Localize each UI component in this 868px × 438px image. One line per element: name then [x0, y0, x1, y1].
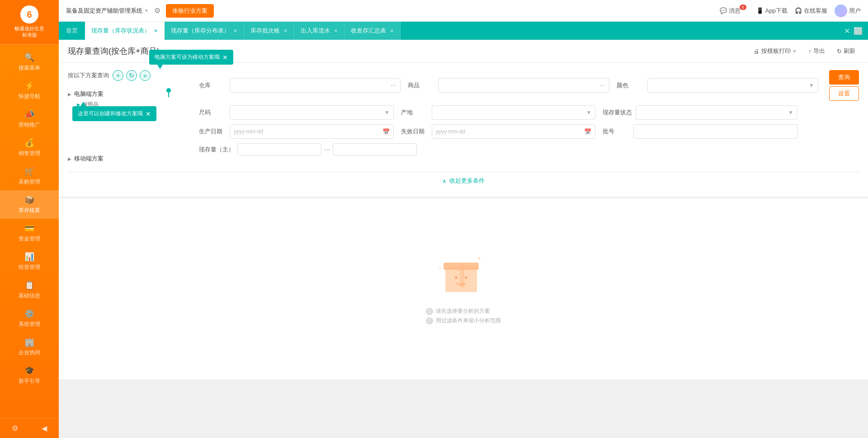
- settings-gear-icon[interactable]: ⚙: [154, 6, 160, 15]
- sidebar-item-sales[interactable]: 💰 销售管理: [0, 133, 59, 162]
- user-profile-button[interactable]: 用户: [835, 5, 861, 17]
- svg-text:✦: ✦: [477, 255, 481, 262]
- tab-collect-summary[interactable]: 收发存汇总表 ✕: [344, 22, 401, 40]
- tab-inventory-status[interactable]: 现存量（库存状况表） ✕: [85, 22, 165, 40]
- export-button[interactable]: ↑ 导出: [805, 45, 829, 57]
- tab-close-icon[interactable]: ✕: [283, 28, 288, 34]
- batch-label: 批号: [603, 127, 630, 136]
- sidebar-item-finance[interactable]: 💳 资金管理: [0, 219, 59, 247]
- print-dropdown-icon: ▼: [793, 49, 797, 54]
- sidebar-item-marketing[interactable]: 📣 营销推广: [0, 105, 59, 133]
- message-icon: 💬: [720, 7, 727, 14]
- filter-row-3: 生产日期 yyyy-mm-dd 📅 失效日期 yyyy-mm-dd 📅: [199, 124, 859, 139]
- back-scheme-button[interactable]: «: [140, 70, 151, 81]
- query-button[interactable]: 查询: [829, 70, 859, 85]
- tab-batch-account[interactable]: 库存批次账 ✕: [244, 22, 294, 40]
- tab-actions: ✕ ⬜: [839, 27, 868, 35]
- online-support-button[interactable]: 🎧 在线客服: [795, 7, 827, 15]
- tab-inventory-dist[interactable]: 现存量（库存分布表） ✕: [165, 22, 244, 40]
- tab-home[interactable]: 首页: [59, 22, 85, 40]
- message-button[interactable]: 💬 消息 6: [720, 7, 749, 15]
- svg-point-3: [455, 276, 458, 279]
- size-field: 尺码 ▼: [199, 105, 394, 120]
- svg-rect-2: [460, 263, 464, 287]
- stock-qty-max-input[interactable]: [333, 143, 417, 155]
- origin-select[interactable]: ▼: [432, 105, 596, 120]
- sidebar-item-quick-nav[interactable]: ⚡ 快捷导航: [0, 76, 59, 105]
- origin-arrow-icon: ▼: [586, 109, 591, 116]
- sidebar-item-guide[interactable]: 🎓 新手引导: [0, 361, 59, 390]
- add-scheme-button[interactable]: +: [113, 70, 123, 81]
- tab-maximize-icon[interactable]: ⬜: [854, 27, 863, 35]
- sidebar-item-purchase[interactable]: 🛒 采购管理: [0, 162, 59, 190]
- filter-panel: 按以下方案查询 + ↻ « 电脑方案可设为移动方案哦 ✕ ▶ 电脑端方案: [59, 63, 868, 197]
- sidebar-item-label: 营销推广: [19, 121, 40, 129]
- expire-date-field: 失效日期 yyyy-mm-dd 📅: [401, 124, 596, 139]
- goods-select[interactable]: ···: [439, 78, 609, 93]
- collapse-sidebar-button[interactable]: ◀: [42, 424, 47, 433]
- step-num-2: 2: [426, 317, 433, 325]
- sidebar-item-label: 快捷导航: [19, 93, 40, 100]
- color-field: 颜色 ▼: [617, 78, 818, 93]
- stock-qty-min-input[interactable]: [237, 143, 321, 155]
- empty-step-2: 2 用过滤条件来缩小分析范围: [426, 317, 501, 325]
- phone-icon: 📱: [756, 7, 764, 14]
- reset-button[interactable]: 设置: [829, 86, 859, 101]
- basic-icon: 📋: [24, 280, 34, 290]
- sidebar-item-inventory[interactable]: 📦 库存核算: [0, 190, 59, 219]
- settings-button[interactable]: ⚙: [12, 424, 18, 433]
- prod-date-input[interactable]: yyyy-mm-dd 📅: [230, 124, 394, 139]
- sidebar-item-enterprise[interactable]: 🏢 企业协同: [0, 333, 59, 361]
- online-support-label: 在线客服: [804, 7, 827, 15]
- stock-status-arrow-icon: ▼: [788, 109, 793, 116]
- tab-close-all-icon[interactable]: ✕: [844, 27, 850, 35]
- sidebar-item-label: 搜索菜单: [19, 64, 40, 72]
- size-select[interactable]: ▼: [230, 105, 394, 120]
- filter-row-2: 尺码 ▼ 产地 ▼ 现存量状态: [199, 105, 859, 120]
- sidebar-item-system[interactable]: ⚙️ 系统管理: [0, 304, 59, 333]
- sidebar-item-label: 库存核算: [19, 207, 40, 214]
- expire-date-input[interactable]: yyyy-mm-dd 📅: [432, 124, 596, 139]
- refresh-icon: ↻: [837, 48, 842, 55]
- empty-steps: 1 请先选择要分析的方案 2 用过滤条件来缩小分析范围: [426, 306, 501, 326]
- refresh-scheme-button[interactable]: ↻: [126, 70, 137, 81]
- origin-label: 产地: [401, 108, 428, 117]
- app-download-button[interactable]: 📱 App下载: [756, 7, 788, 15]
- warehouse-select[interactable]: ···: [230, 78, 401, 93]
- stock-status-select[interactable]: ▼: [636, 105, 797, 120]
- tab-close-icon[interactable]: ✕: [390, 28, 394, 34]
- tab-in-out-flow[interactable]: 出入库流水 ✕: [294, 22, 344, 40]
- step-2-text: 用过滤条件来缩小分析范围: [436, 317, 501, 325]
- batch-input[interactable]: [633, 124, 797, 139]
- collapse-bar[interactable]: ∧ 收起更多条件: [68, 172, 859, 189]
- industry-plan-button[interactable]: 体验行业方案: [166, 4, 214, 18]
- tab-close-icon[interactable]: ✕: [154, 28, 158, 34]
- warehouse-field: 仓库 ···: [199, 78, 401, 93]
- empty-state: ✦ ✦ 1 请先选择要分析的方案 2 用过滤条件来缩小分析范围: [59, 198, 868, 379]
- tab-close-icon[interactable]: ✕: [233, 28, 237, 34]
- sidebar-item-basic[interactable]: 📋 基础信息: [0, 276, 59, 304]
- size-arrow-icon: ▼: [384, 109, 390, 116]
- guide-icon: 🎓: [24, 366, 34, 376]
- sidebar-item-label: 经营管理: [19, 264, 40, 271]
- filter-row-1: 仓库 ··· 商品 ··· 颜色: [199, 70, 859, 101]
- sidebar-item-search-menu[interactable]: 🔍 搜索菜单: [0, 48, 59, 76]
- stock-status-label: 现存量状态: [603, 108, 632, 117]
- color-select[interactable]: ▼: [647, 78, 818, 93]
- sidebar-item-operations[interactable]: 📊 经营管理: [0, 247, 59, 276]
- svg-point-4: [465, 276, 467, 279]
- refresh-button[interactable]: ↻ 刷新: [833, 45, 859, 57]
- tooltip-scheme-create: 这里可以创建和修改方案哦 ✕: [72, 106, 156, 121]
- tab-close-icon[interactable]: ✕: [334, 28, 338, 34]
- stock-qty-range: —: [237, 143, 417, 155]
- finance-icon: 💳: [24, 223, 34, 233]
- refresh-label: 刷新: [844, 47, 855, 55]
- content-area: 现存量查询(按仓库+商品) 🖨 按模板打印 ▼ ↑ 导出 ↻ 刷新: [59, 40, 868, 438]
- template-print-button[interactable]: 🖨 按模板打印 ▼: [750, 45, 801, 57]
- tooltip-close-button[interactable]: ✕: [222, 54, 228, 61]
- system-name-dropdown[interactable]: 装备及固定资产辅助管理系统 ▼: [66, 7, 149, 15]
- dropdown-arrow-icon: ▼: [144, 8, 149, 13]
- tooltip-scheme-mobile: 电脑方案可设为移动方案哦 ✕: [149, 50, 233, 65]
- calendar2-icon: 📅: [584, 128, 591, 135]
- tooltip2-close-button[interactable]: ✕: [146, 110, 151, 118]
